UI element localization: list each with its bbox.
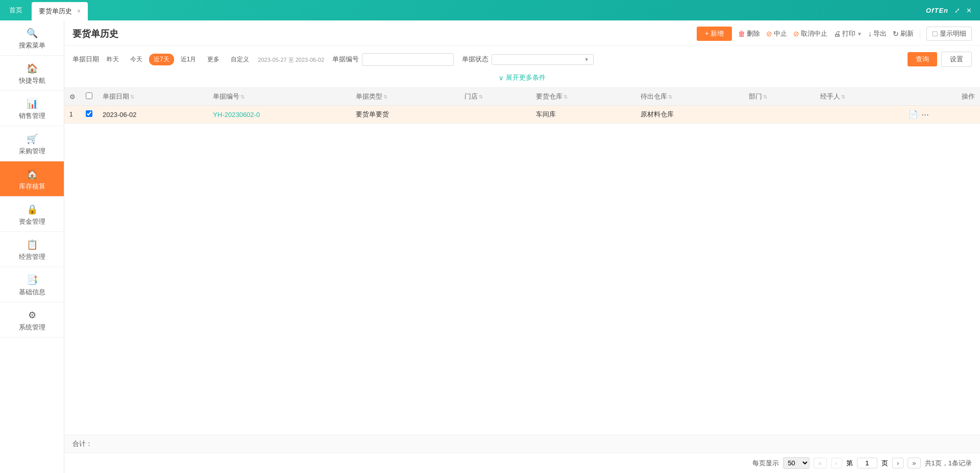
- sidebar-item-search[interactable]: 🔍 搜索菜单: [0, 20, 64, 56]
- inventory-icon: 🏠: [27, 169, 38, 180]
- settings-button[interactable]: 设置: [941, 52, 972, 67]
- header-actions: + 新增 🗑 删除 ⊘ 中止 ⊘ 取消中止 🖨 打印 ▼: [697, 27, 972, 41]
- first-page-btn[interactable]: «: [814, 458, 826, 468]
- sort-icon-req-warehouse[interactable]: ⇅: [564, 94, 568, 100]
- col-doctype: 单据类型⇅: [351, 88, 459, 106]
- sort-icon-store[interactable]: ⇅: [479, 94, 483, 100]
- new-button[interactable]: + 新增: [697, 27, 732, 41]
- tab-active[interactable]: 要货单历史 ×: [32, 2, 88, 20]
- operation-icon: 📋: [27, 239, 38, 250]
- stop-button[interactable]: ⊘ 中止: [766, 29, 787, 38]
- sort-icon-pending-warehouse[interactable]: ⇅: [668, 94, 672, 100]
- sidebar-item-finance[interactable]: 🔒 资金管理: [0, 197, 64, 232]
- col-gear[interactable]: ⚙: [64, 88, 81, 106]
- finance-icon: 🔒: [27, 204, 38, 215]
- display-detail-checkbox[interactable]: ☐: [932, 30, 938, 38]
- row-handler: [815, 106, 903, 124]
- date-btn-custom[interactable]: 自定义: [226, 54, 254, 65]
- page-size-select[interactable]: 50 100: [783, 457, 810, 469]
- sidebar-finance-label: 资金管理: [19, 217, 45, 226]
- sales-icon: 📊: [27, 98, 38, 109]
- col-docno: 单据编号⇅: [208, 88, 351, 106]
- system-icon: ⚙: [28, 310, 36, 321]
- date-btn-more[interactable]: 更多: [203, 54, 224, 65]
- col-req-warehouse: 要货仓库⇅: [531, 88, 635, 106]
- doc-status-select[interactable]: ▼: [492, 54, 594, 65]
- doc-no-input[interactable]: [362, 53, 454, 66]
- date-btn-yesterday[interactable]: 昨天: [102, 54, 124, 65]
- expand-more-button[interactable]: ∨ 展开更多条件: [499, 71, 546, 84]
- row-pending-warehouse: 原材料仓库: [635, 106, 744, 124]
- sidebar-item-system[interactable]: ⚙ 系统管理: [0, 302, 64, 338]
- display-detail-label: 显示明细: [940, 29, 966, 38]
- sort-icon-docno[interactable]: ⇅: [240, 94, 244, 100]
- sort-icon-handler[interactable]: ⇅: [841, 94, 845, 100]
- sidebar: 🔍 搜索菜单 🏠 快捷导航 📊 销售管理 🛒 采购管理 🏠 库存核算 🔒 资金管…: [0, 20, 64, 473]
- date-btn-1month[interactable]: 近1月: [176, 54, 201, 65]
- filter-action-btns: 查询 设置: [908, 52, 972, 67]
- pagination-bar: 每页显示 50 100 « ‹ 第 页 › » 共1页，1条记录: [64, 453, 980, 473]
- refresh-label: 刷新: [900, 29, 914, 38]
- display-detail-button[interactable]: ☐ 显示明细: [926, 27, 972, 41]
- refresh-button[interactable]: ↻ 刷新: [893, 29, 914, 38]
- sidebar-search-label: 搜索菜单: [19, 41, 45, 50]
- refresh-icon: ↻: [893, 30, 899, 38]
- sort-icon-department[interactable]: ⇅: [763, 94, 767, 100]
- sidebar-item-nav[interactable]: 🏠 快捷导航: [0, 56, 64, 91]
- col-doctype-label: 单据类型: [356, 92, 382, 100]
- export-button[interactable]: ↓ 导出: [868, 29, 887, 38]
- date-range-text: 2023-05-27 至 2023-06-02: [258, 56, 324, 64]
- table-area: ⚙ 单据日期⇅ 单据编号⇅ 单据类型⇅ 门店⇅ 要货仓库⇅ 待出仓库⇅ 部门⇅ …: [64, 88, 980, 435]
- col-docno-label: 单据编号: [213, 92, 239, 100]
- col-check[interactable]: [81, 88, 97, 106]
- row-edit-icon[interactable]: 📄: [909, 110, 918, 119]
- row-date: 2023-06-02: [97, 106, 208, 124]
- row-num: 1: [64, 106, 81, 124]
- date-btn-7days[interactable]: 近7天: [149, 54, 174, 65]
- sort-icon-doctype[interactable]: ⇅: [383, 94, 387, 100]
- last-page-btn[interactable]: »: [908, 458, 920, 468]
- print-arrow-icon: ▼: [857, 31, 862, 37]
- data-table: ⚙ 单据日期⇅ 单据编号⇅ 单据类型⇅ 门店⇅ 要货仓库⇅ 待出仓库⇅ 部门⇅ …: [64, 88, 980, 124]
- maximize-icon[interactable]: ⤢: [954, 7, 960, 14]
- row-department: [744, 106, 815, 124]
- sidebar-inventory-label: 库存核算: [19, 182, 45, 191]
- page-title: 要货单历史: [72, 28, 118, 40]
- page-header: 要货单历史 + 新增 🗑 删除 ⊘ 中止 ⊘ 取消中止 🖨 打印: [64, 20, 980, 45]
- page-unit-label: 页: [881, 459, 888, 468]
- tab-home[interactable]: 首页: [0, 0, 32, 20]
- table-row[interactable]: 1 2023-06-02 YH-20230602-0 要货单要货 车间库 原材料…: [64, 106, 980, 124]
- cancel-stop-button[interactable]: ⊘ 取消中止: [793, 29, 827, 38]
- sort-icon-date[interactable]: ⇅: [130, 94, 134, 100]
- export-label: 导出: [873, 29, 887, 38]
- sidebar-item-operation[interactable]: 📋 经营管理: [0, 232, 64, 267]
- table-header-row: ⚙ 单据日期⇅ 单据编号⇅ 单据类型⇅ 门店⇅ 要货仓库⇅ 待出仓库⇅ 部门⇅ …: [64, 88, 980, 106]
- page-input[interactable]: [857, 458, 877, 468]
- sidebar-item-purchase[interactable]: 🛒 采购管理: [0, 126, 64, 161]
- next-page-btn[interactable]: ›: [892, 458, 903, 468]
- tab-close-icon[interactable]: ×: [77, 8, 81, 15]
- close-window-icon[interactable]: ✕: [966, 7, 972, 14]
- delete-button[interactable]: 🗑 删除: [738, 29, 760, 38]
- stop-icon: ⊘: [766, 30, 772, 38]
- export-icon: ↓: [868, 30, 872, 38]
- divider: [920, 30, 920, 38]
- row-checkbox[interactable]: [86, 110, 92, 117]
- date-btn-today[interactable]: 今天: [126, 54, 147, 65]
- doc-no-filter-item: 单据编号: [332, 53, 454, 66]
- sidebar-item-inventory[interactable]: 🏠 库存核算: [0, 161, 64, 197]
- select-all-checkbox[interactable]: [86, 92, 92, 99]
- delete-label: 删除: [747, 29, 760, 38]
- row-more-icon[interactable]: ⋯: [921, 110, 929, 119]
- chevron-down-expand-icon: ∨: [499, 74, 504, 82]
- sidebar-item-basic[interactable]: 📑 基础信息: [0, 267, 64, 302]
- jump-label: 第: [846, 459, 853, 468]
- expand-more-label: 展开更多条件: [506, 73, 546, 82]
- row-actions-cell: 📄 ⋯: [903, 106, 980, 124]
- query-button[interactable]: 查询: [908, 52, 937, 66]
- doc-link[interactable]: YH-20230602-0: [213, 111, 260, 119]
- row-action-icons: 📄 ⋯: [909, 110, 975, 119]
- print-button[interactable]: 🖨 打印 ▼: [834, 29, 862, 38]
- prev-page-btn[interactable]: ‹: [831, 458, 842, 468]
- sidebar-item-sales[interactable]: 📊 销售管理: [0, 91, 64, 126]
